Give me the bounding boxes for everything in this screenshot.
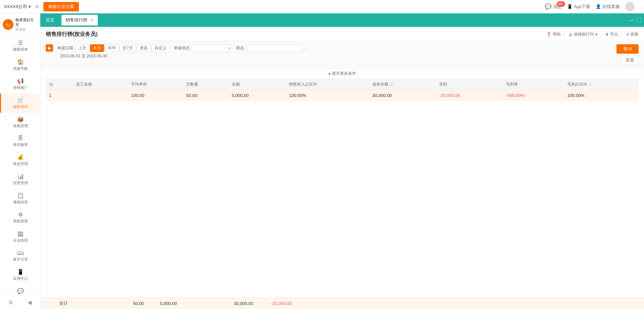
sidebar-item-apps[interactable]: 📱 应用中心 bbox=[0, 265, 40, 285]
status-label: 单据状态 bbox=[174, 45, 190, 51]
enterprise-icon: 🏢 bbox=[17, 230, 24, 237]
cell-rank: 1 bbox=[46, 90, 73, 101]
page-header: 销售排行榜(按业务员) ❓ 帮助 | 🖨 按模板打印 ▾ | ⬆ bbox=[40, 27, 644, 41]
sidebar-item-label: 应用中心 bbox=[13, 276, 28, 281]
home-icon: 🏠 bbox=[17, 59, 24, 65]
status-select[interactable] bbox=[192, 45, 232, 52]
app-download-button[interactable]: 📱 App下载 bbox=[567, 4, 590, 10]
refresh-button[interactable]: ↺ 刷新 bbox=[626, 32, 639, 37]
sidebar-item-label: 企业协同 bbox=[13, 238, 28, 243]
date-btn-prev-month[interactable]: 上月 bbox=[75, 44, 89, 52]
system-icon: ⚙ bbox=[18, 211, 23, 218]
sidebar-item-finance[interactable]: 💰 资金管理 bbox=[0, 151, 40, 170]
col-settings[interactable]: ⚙ bbox=[46, 79, 73, 90]
date-btn-this-month[interactable]: 本月 bbox=[90, 44, 104, 52]
sidebar-item-label: 销售管理 bbox=[13, 104, 28, 109]
sidebar-item-marketing[interactable]: 📢 营销推广 bbox=[0, 74, 40, 94]
sidebar-item-operations[interactable]: 📊 经营管理 bbox=[0, 170, 40, 189]
date-range-display: 2023-06-01 至 2023-06-30 bbox=[57, 53, 612, 59]
col-gross-profit: 毛利 bbox=[436, 79, 503, 90]
cell-gross-ratio: 100.00% bbox=[564, 90, 639, 101]
avatar[interactable] bbox=[625, 2, 635, 11]
sidebar-collapse-icon[interactable]: ◀ bbox=[28, 299, 32, 306]
filter-dots[interactable]: ... bbox=[305, 46, 308, 51]
tab-expand-button[interactable]: ⛶ bbox=[637, 17, 641, 23]
app-icon: 📱 bbox=[567, 4, 572, 9]
sidebar-item-basic[interactable]: 📋 基础信息 bbox=[0, 189, 40, 208]
sidebar-item-sales[interactable]: 🛒 销售管理 bbox=[0, 94, 40, 113]
date-btn-this-year[interactable]: 本年 bbox=[105, 44, 119, 52]
col-avg-price: 平均单价 bbox=[128, 79, 183, 90]
footer-label: 合计 bbox=[59, 300, 99, 306]
sidebar-item-label: 采购管理 bbox=[13, 123, 28, 128]
sidebar-item-label: 资金管理 bbox=[13, 161, 28, 166]
sidebar-item-label: 营销推广 bbox=[13, 85, 28, 90]
logo-icon: 🍊 bbox=[3, 19, 13, 30]
tab-minimize-button[interactable]: — bbox=[629, 17, 634, 23]
wechat-icon: 💬 bbox=[17, 288, 24, 294]
table-header: ⚙ 员工名称 平均单价 主数量 全额 销售收入占比% 成本全额 ⓘ 毛利 毛利率… bbox=[46, 79, 639, 90]
data-table-wrap: ⚙ 员工名称 平均单价 主数量 全额 销售收入占比% 成本全额 ⓘ 毛利 毛利率… bbox=[40, 79, 644, 188]
sidebar-item-search[interactable]: ☰ 搜索菜单 bbox=[0, 36, 40, 55]
collapse-filter-button[interactable]: ▶ bbox=[46, 44, 53, 52]
filter-buttons: 查询 设置 bbox=[616, 44, 639, 65]
goods-input[interactable] bbox=[246, 45, 303, 52]
sidebar-item-label: 基础信息 bbox=[13, 200, 28, 205]
print-button[interactable]: 🖨 按模板打印 ▾ bbox=[568, 32, 597, 37]
col-gross-ratio[interactable]: 毛利占比% ⇅ bbox=[564, 79, 639, 90]
date-btn-7days[interactable]: 近7天 bbox=[120, 44, 136, 52]
query-button[interactable]: 查询 bbox=[616, 44, 639, 54]
sidebar-item-label: 库存核算 bbox=[13, 142, 28, 147]
date-btn-more[interactable]: 更多 bbox=[137, 44, 151, 52]
print-label: 按模板打印 bbox=[574, 32, 594, 37]
filter-settings-button[interactable]: 设置 bbox=[621, 55, 639, 65]
sidebar-item-shortcut[interactable]: 🏠 快捷导航 bbox=[0, 55, 40, 74]
online-service-button[interactable]: 👤 在线客服 bbox=[596, 4, 620, 10]
company-selector[interactable]: XXXXX公司 ▾ bbox=[4, 4, 31, 10]
sales-icon: 🛒 bbox=[17, 97, 24, 103]
cell-employee bbox=[73, 90, 128, 101]
sidebar-item-system[interactable]: ⚙ 系统管理 bbox=[0, 208, 40, 227]
col-employee: 员工名称 bbox=[73, 79, 128, 90]
col-quantity: 主数量 bbox=[183, 79, 228, 90]
page-title: 销售排行榜(按业务员) bbox=[46, 31, 98, 38]
sidebar-item-label: 快捷导航 bbox=[13, 66, 28, 71]
sidebar-item-purchase[interactable]: 📦 采购管理 bbox=[0, 113, 40, 132]
help-button[interactable]: ❓ 帮助 bbox=[546, 32, 561, 37]
col-amount: 全额 bbox=[228, 79, 286, 90]
expand-more-button[interactable]: ▾ 展开更多条件 bbox=[329, 71, 356, 76]
tab-home[interactable]: 首页 bbox=[40, 13, 60, 27]
topbar-settings-icon[interactable]: ⚙ bbox=[35, 4, 39, 9]
sidebar-item-wechat[interactable]: 💬 企业微信 bbox=[0, 285, 40, 296]
sidebar-settings-icon[interactable]: ⚙ bbox=[8, 299, 13, 306]
date-btn-custom[interactable]: 自定义 bbox=[152, 44, 170, 52]
sidebar-item-guide[interactable]: 📖 新手引导 bbox=[0, 246, 40, 265]
col-sales-ratio: 销售收入占比% bbox=[286, 79, 369, 90]
tab-sales-rank[interactable]: 销售排行榜 ✕ bbox=[61, 15, 98, 25]
sidebar-item-label: 搜索菜单 bbox=[13, 47, 28, 52]
sidebar-item-enterprise[interactable]: 🏢 企业协同 bbox=[0, 227, 40, 246]
date-label: 单据日期 bbox=[57, 45, 73, 51]
footer-quantity: 50.00 bbox=[133, 301, 160, 306]
trial-button[interactable]: 体验行业方案 bbox=[43, 2, 79, 11]
sidebar-item-label: 新手引导 bbox=[13, 257, 28, 262]
message-button[interactable]: 💬 消息 99+ bbox=[545, 3, 562, 10]
cost-info-icon: ⓘ bbox=[390, 82, 393, 86]
service-icon: 👤 bbox=[596, 4, 601, 9]
marketing-icon: 📢 bbox=[17, 78, 24, 84]
company-dropdown-icon: ▾ bbox=[29, 4, 31, 9]
tabbar: 首页 销售排行榜 ✕ — ⛶ bbox=[40, 13, 644, 27]
page-content: 销售排行榜(按业务员) ❓ 帮助 | 🖨 按模板打印 ▾ | ⬆ bbox=[40, 27, 644, 309]
apps-icon: 📱 bbox=[17, 269, 24, 275]
sidebar-item-inventory[interactable]: 🗄 库存核算 bbox=[0, 132, 40, 151]
expand-label: 展开更多条件 bbox=[332, 71, 356, 76]
message-icon: 💬 bbox=[545, 3, 552, 10]
tab-close-icon[interactable]: ✕ bbox=[91, 18, 94, 22]
help-label: 帮助 bbox=[553, 32, 561, 37]
export-button[interactable]: ⬆ 导出 bbox=[605, 32, 618, 37]
expand-icon: ▾ bbox=[329, 71, 331, 76]
service-label: 在线客服 bbox=[602, 4, 620, 10]
date-range-buttons: 上月 本月 本年 近7天 更多 自定义 bbox=[75, 44, 170, 52]
export-label: 导出 bbox=[610, 32, 618, 37]
table-header-row: ⚙ 员工名称 平均单价 主数量 全额 销售收入占比% 成本全额 ⓘ 毛利 毛利率… bbox=[46, 79, 639, 90]
